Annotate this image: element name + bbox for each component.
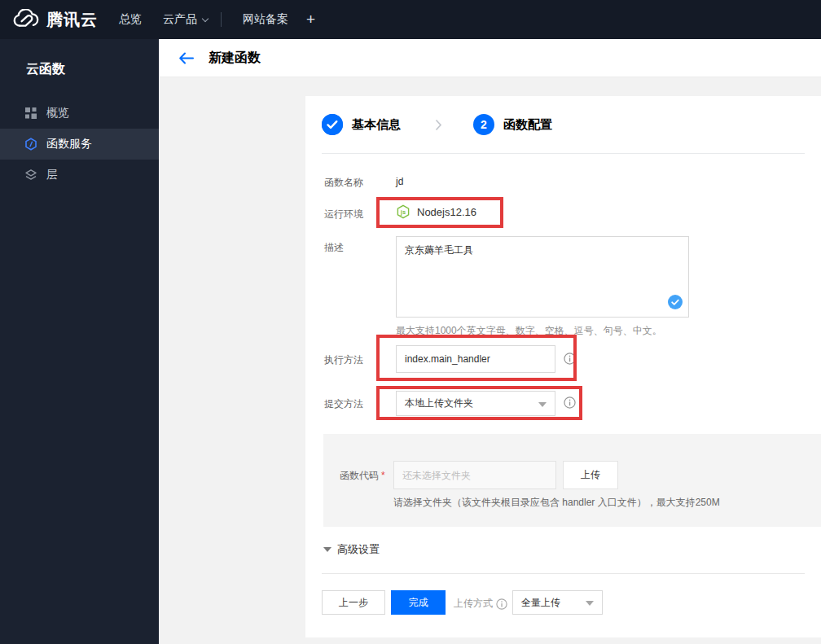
sidebar-item-label: 函数服务 xyxy=(46,137,92,151)
layers-icon xyxy=(24,169,37,182)
function-name-value: jd xyxy=(396,176,403,187)
step-completed-check-icon xyxy=(322,114,343,135)
valid-check-icon xyxy=(668,295,683,309)
page-title: 新建函数 xyxy=(209,50,261,67)
submit-method-label: 提交方法 xyxy=(324,397,363,411)
step-separator-chevron-icon xyxy=(435,119,442,131)
content-area: 基本信息 2 函数配置 函数名称 jd 运行环境 js Nodejs12.16 xyxy=(159,77,821,644)
function-service-icon xyxy=(24,138,37,151)
folder-path-input[interactable] xyxy=(393,461,556,489)
submit-method-info-icon[interactable] xyxy=(564,396,576,409)
nav-item-icp-filing[interactable]: 网站备案 xyxy=(243,12,288,27)
previous-step-button[interactable]: 上一步 xyxy=(322,590,385,615)
function-name-label: 函数名称 xyxy=(324,176,363,190)
handler-label: 执行方法 xyxy=(324,353,363,367)
triangle-down-icon xyxy=(323,547,331,552)
upload-mode-label-group: 上传方式 xyxy=(454,597,507,611)
finish-button[interactable]: 完成 xyxy=(391,590,446,615)
nav-item-cloud-products-label: 云产品 xyxy=(163,12,197,27)
chevron-down-icon xyxy=(202,15,209,21)
page-header: 新建函数 xyxy=(159,39,821,77)
handler-info-icon[interactable] xyxy=(564,353,576,365)
advanced-settings-toggle[interactable]: 高级设置 xyxy=(323,542,380,557)
upload-mode-label: 上传方式 xyxy=(454,597,493,611)
nav-item-cloud-products[interactable]: 云产品 xyxy=(163,12,208,27)
brand-label: 腾讯云 xyxy=(46,9,98,31)
nav-divider xyxy=(221,12,222,27)
required-asterisk: * xyxy=(381,470,385,481)
sidebar-title: 云函数 xyxy=(0,39,159,98)
nav-links: 总览 云产品 网站备案 + xyxy=(98,11,315,28)
select-caret-icon xyxy=(586,601,594,606)
advanced-settings-label: 高级设置 xyxy=(337,542,380,557)
sidebar-item-layers[interactable]: 层 xyxy=(0,160,159,191)
svg-text:js: js xyxy=(400,208,406,216)
sidebar-item-function-service[interactable]: 函数服务 xyxy=(0,129,159,160)
runtime-value-text: Nodejs12.16 xyxy=(417,206,476,218)
step-label-basic-info: 基本信息 xyxy=(352,117,401,133)
step-label-function-config: 函数配置 xyxy=(503,117,552,133)
top-navbar: 腾讯云 总览 云产品 网站备案 + xyxy=(0,0,821,39)
sidebar-item-label: 层 xyxy=(46,168,58,182)
footer-divider xyxy=(322,573,805,574)
description-label: 描述 xyxy=(324,241,344,255)
handler-input[interactable] xyxy=(396,345,555,373)
function-code-label-text: 函数代码 xyxy=(340,470,379,481)
step-number-badge: 2 xyxy=(473,114,494,135)
nav-add-tab-button[interactable]: + xyxy=(306,11,315,28)
submit-method-select[interactable]: 本地上传文件夹 xyxy=(396,391,555,416)
submit-method-value: 本地上传文件夹 xyxy=(405,396,473,410)
description-hint: 最大支持1000个英文字母、数字、空格、逗号、句号、中文。 xyxy=(396,324,662,338)
upload-button[interactable]: 上传 xyxy=(563,461,618,489)
select-caret-icon xyxy=(538,402,547,407)
upload-mode-select[interactable]: 全量上传 xyxy=(512,590,603,615)
back-arrow-icon[interactable] xyxy=(178,52,194,64)
function-code-hint: 请选择文件夹（该文件夹根目录应包含 handler 入口文件），最大支持250M xyxy=(393,496,720,510)
upload-mode-value: 全量上传 xyxy=(521,596,560,610)
brand[interactable]: 腾讯云 xyxy=(13,9,98,31)
function-code-label: 函数代码* xyxy=(340,469,385,483)
stepper-divider xyxy=(322,153,805,154)
upload-mode-info-icon[interactable] xyxy=(496,598,507,610)
function-code-section: 函数代码* 上传 请选择文件夹（该文件夹根目录应包含 handler 入口文件）… xyxy=(323,434,821,527)
wizard-stepper: 基本信息 2 函数配置 xyxy=(322,114,552,135)
nav-item-overview[interactable]: 总览 xyxy=(119,12,142,27)
sidebar-item-label: 概览 xyxy=(46,106,69,120)
sidebar-item-overview[interactable]: 概览 xyxy=(0,98,159,129)
runtime-label: 运行环境 xyxy=(324,208,363,221)
runtime-value: js Nodejs12.16 xyxy=(396,204,476,219)
grid-icon xyxy=(24,107,37,120)
tencent-cloud-logo-icon xyxy=(13,9,39,31)
create-function-panel: 基本信息 2 函数配置 函数名称 jd 运行环境 js Nodejs12.16 xyxy=(305,96,821,637)
sidebar: 云函数 概览 函数服务 层 xyxy=(0,39,159,644)
nodejs-icon: js xyxy=(396,204,410,219)
description-textarea[interactable]: 京东薅羊毛工具 xyxy=(396,236,689,318)
